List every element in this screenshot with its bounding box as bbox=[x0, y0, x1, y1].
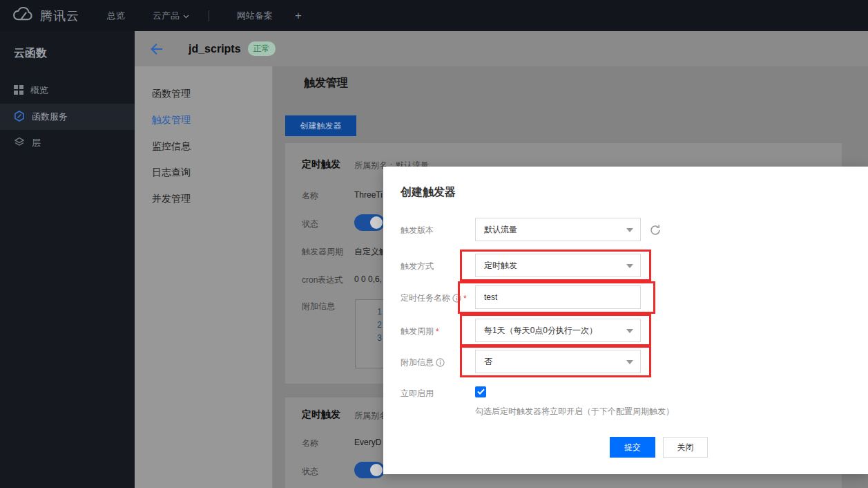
check-icon bbox=[477, 387, 485, 397]
method-select[interactable]: 定时触发 bbox=[475, 254, 641, 277]
info-icon bbox=[452, 294, 461, 303]
page-title: 触发管理 bbox=[304, 76, 348, 91]
top-navbar: 腾讯云 总览 云产品 网站备案 + bbox=[0, 0, 868, 31]
info-icon bbox=[436, 358, 445, 367]
editor-line-numbers: 1 2 3 bbox=[356, 300, 382, 345]
task-name-input[interactable] bbox=[475, 285, 641, 309]
toggle-knob bbox=[370, 464, 383, 476]
select-value: 否 bbox=[484, 356, 492, 368]
task-name-label: 定时任务名称 * bbox=[401, 292, 467, 304]
sidebar-item-label: 函数服务 bbox=[32, 111, 68, 123]
extra-info-select[interactable]: 否 bbox=[475, 350, 641, 373]
submenu-item-function-manage[interactable]: 函数管理 bbox=[135, 80, 272, 106]
method-label: 触发方式 bbox=[401, 261, 434, 272]
dropdown-caret-icon bbox=[626, 360, 633, 364]
select-value: 定时触发 bbox=[484, 260, 517, 272]
refresh-icon[interactable] bbox=[649, 224, 662, 236]
function-submenu: 函数管理 触发管理 监控信息 日志查询 并发管理 bbox=[135, 66, 273, 488]
sidebar-item-overview[interactable]: 概览 bbox=[0, 77, 135, 104]
enable-now-label: 立即启用 bbox=[401, 388, 434, 400]
sidebar-item-label: 概览 bbox=[30, 84, 48, 97]
dropdown-caret-icon bbox=[626, 329, 633, 333]
select-value: 默认流量 bbox=[484, 224, 517, 236]
name-value: ThreeTi bbox=[354, 190, 383, 200]
trigger-period-label: 触发周期 * bbox=[401, 326, 439, 337]
nav-products[interactable]: 云产品 bbox=[153, 10, 189, 22]
sidebar-title: 云函数 bbox=[0, 31, 135, 77]
nav-beian[interactable]: 网站备案 bbox=[237, 10, 273, 22]
status-toggle[interactable] bbox=[354, 214, 385, 231]
extra-info-label: 附加信息 bbox=[302, 301, 335, 312]
nav-add-tab-button[interactable]: + bbox=[295, 9, 302, 23]
select-value: 每1天（每天0点0分执行一次） bbox=[484, 325, 597, 337]
trigger-type: 定时触发 bbox=[302, 409, 340, 421]
cron-value: 0 0 0,6, bbox=[354, 274, 382, 284]
close-button[interactable]: 关闭 bbox=[663, 437, 708, 458]
status-label: 状态 bbox=[302, 218, 318, 230]
nav-overview[interactable]: 总览 bbox=[107, 10, 125, 22]
sidebar-item-label: 层 bbox=[32, 137, 41, 149]
dropdown-caret-icon bbox=[626, 228, 633, 232]
create-trigger-button[interactable]: 创建触发器 bbox=[285, 115, 356, 136]
sidebar-item-function-service[interactable]: 函数服务 bbox=[0, 104, 135, 130]
back-arrow-icon[interactable] bbox=[148, 41, 164, 57]
version-label: 触发版本 bbox=[401, 225, 434, 236]
trigger-period-select[interactable]: 每1天（每天0点0分执行一次） bbox=[475, 319, 641, 342]
version-select[interactable]: 默认流量 bbox=[475, 218, 641, 241]
name-value: EveryD bbox=[354, 438, 381, 447]
submenu-item-trigger-manage[interactable]: 触发管理 bbox=[135, 106, 272, 133]
nav-divider bbox=[209, 10, 209, 21]
app-sidebar: 云函数 概览 函数服务 bbox=[0, 31, 135, 488]
cloud-logo-icon bbox=[12, 6, 35, 25]
status-badge: 正常 bbox=[248, 41, 276, 56]
status-toggle[interactable] bbox=[354, 462, 385, 478]
dropdown-caret-icon bbox=[626, 264, 633, 268]
sidebar-item-layers[interactable]: 层 bbox=[0, 130, 135, 156]
submenu-item-logs[interactable]: 日志查询 bbox=[135, 159, 272, 185]
chevron-down-icon bbox=[183, 10, 189, 21]
modal-title: 创建触发器 bbox=[401, 185, 456, 200]
required-mark: * bbox=[436, 327, 439, 337]
tencent-cloud-console: 腾讯云 总览 云产品 网站备案 + 云函数 概览 bbox=[0, 0, 868, 488]
name-label: 名称 bbox=[302, 438, 318, 449]
required-mark: * bbox=[463, 294, 467, 303]
status-label: 状态 bbox=[302, 466, 318, 478]
enable-now-helper-text: 勾选后定时触发器将立即开启（于下个配置周期触发） bbox=[475, 406, 674, 417]
submenu-item-monitor[interactable]: 监控信息 bbox=[135, 133, 272, 159]
submit-button[interactable]: 提交 bbox=[610, 437, 655, 458]
trigger-type: 定时触发 bbox=[302, 158, 340, 171]
toggle-knob bbox=[370, 216, 383, 229]
extra-info-label: 附加信息 bbox=[401, 357, 445, 368]
period-label: 触发器周期 bbox=[302, 246, 343, 258]
function-header: jd_scripts 正常 bbox=[135, 31, 868, 66]
name-label: 名称 bbox=[302, 190, 318, 202]
function-hexagon-icon bbox=[14, 111, 25, 124]
submenu-item-concurrency[interactable]: 并发管理 bbox=[135, 185, 272, 212]
trigger-alias: 所属别名 bbox=[354, 410, 387, 422]
brand-text: 腾讯云 bbox=[40, 8, 79, 24]
cron-label: cron表达式 bbox=[302, 274, 343, 286]
layers-icon bbox=[14, 137, 25, 150]
function-name: jd_scripts bbox=[189, 43, 241, 55]
enable-now-checkbox[interactable] bbox=[475, 386, 486, 397]
create-trigger-modal: 创建触发器 触发版本 默认流量 触发方式 定时触发 定时任务名称 bbox=[383, 167, 868, 474]
period-value: 自定义触 bbox=[354, 246, 387, 258]
grid-icon bbox=[14, 85, 23, 97]
tencent-cloud-logo[interactable]: 腾讯云 bbox=[12, 6, 79, 25]
